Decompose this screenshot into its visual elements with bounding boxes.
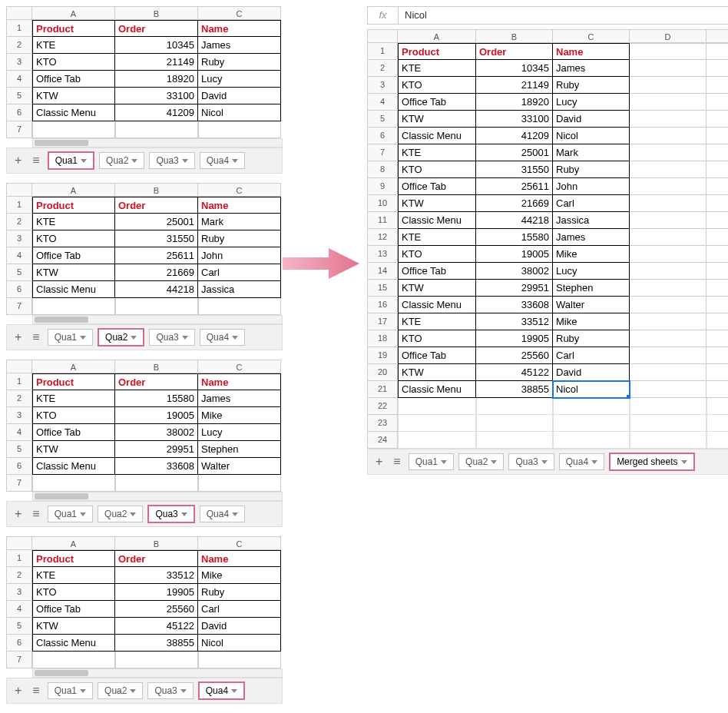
row-header[interactable]: 22 xyxy=(367,398,398,415)
empty-cell[interactable] xyxy=(706,280,728,297)
col-header-A[interactable]: A xyxy=(32,536,115,550)
row-header[interactable]: 4 xyxy=(6,71,32,88)
row-header[interactable]: 5 xyxy=(6,88,32,104)
empty-cell[interactable] xyxy=(706,432,728,449)
cell-order[interactable]: 25611 xyxy=(476,178,553,195)
h-scrollbar[interactable] xyxy=(32,492,283,501)
empty-cell[interactable] xyxy=(630,128,706,144)
cell-order[interactable]: 38855 xyxy=(476,381,553,398)
cell-name[interactable]: David xyxy=(553,364,630,381)
row-header[interactable]: 4 xyxy=(367,94,398,111)
cell-name[interactable]: Stephen xyxy=(198,441,281,458)
empty-cell[interactable] xyxy=(706,128,728,144)
cell-name[interactable]: James xyxy=(553,60,630,77)
cell-name[interactable]: Jassica xyxy=(198,281,281,298)
cell-order[interactable]: 31550 xyxy=(115,230,198,247)
header-product[interactable]: Product xyxy=(32,197,115,214)
cell-name[interactable]: Walter xyxy=(553,297,630,313)
cell-order[interactable]: 15580 xyxy=(115,390,198,407)
row-header[interactable]: 6 xyxy=(6,104,32,121)
row-header[interactable]: 5 xyxy=(367,111,398,128)
row-header[interactable]: 6 xyxy=(6,635,32,652)
empty-cell[interactable] xyxy=(115,475,198,492)
empty-cell[interactable] xyxy=(706,415,728,432)
tab-q4[interactable]: Qua4 xyxy=(200,152,245,169)
col-header-partial[interactable] xyxy=(706,29,728,43)
col-header-B[interactable]: B xyxy=(115,6,198,20)
col-header-A[interactable]: A xyxy=(32,360,115,373)
row-header[interactable]: 24 xyxy=(367,432,398,449)
cell-name[interactable]: Mike xyxy=(553,246,630,263)
cell-order[interactable]: 38002 xyxy=(476,263,553,280)
tab-q2[interactable]: Qua2 xyxy=(98,506,143,522)
row-header[interactable]: 3 xyxy=(6,230,32,247)
cell-name[interactable]: Ruby xyxy=(198,584,281,601)
row-header[interactable]: 8 xyxy=(367,161,398,178)
empty-cell[interactable] xyxy=(706,195,728,212)
row-header[interactable]: 2 xyxy=(6,390,32,407)
cell-name[interactable]: Lucy xyxy=(553,263,630,280)
empty-cell[interactable] xyxy=(706,161,728,178)
empty-cell[interactable] xyxy=(630,229,706,246)
row-header[interactable]: 7 xyxy=(6,121,32,138)
col-header-A[interactable]: A xyxy=(32,6,115,20)
cell-order[interactable]: 41209 xyxy=(476,128,553,144)
col-header-B[interactable]: B xyxy=(115,183,198,197)
header-product[interactable]: Product xyxy=(398,43,476,60)
header-product[interactable]: Product xyxy=(32,20,115,37)
cell-order[interactable]: 19005 xyxy=(115,407,198,424)
cell-order[interactable]: 45122 xyxy=(115,618,198,635)
row-header[interactable]: 2 xyxy=(367,60,398,77)
cell-product[interactable]: KTO xyxy=(32,54,115,71)
empty-cell[interactable] xyxy=(630,432,706,449)
cell-order[interactable]: 25560 xyxy=(115,601,198,618)
row-header[interactable]: 14 xyxy=(367,263,398,280)
cell-product[interactable]: KTO xyxy=(398,77,476,94)
cell-name[interactable]: Lucy xyxy=(198,424,281,441)
row-header[interactable]: 2 xyxy=(6,214,32,230)
empty-cell[interactable] xyxy=(198,298,281,315)
row-header[interactable]: 3 xyxy=(6,584,32,601)
cell-product[interactable]: Office Tab xyxy=(32,424,115,441)
cell-product[interactable]: KTW xyxy=(32,264,115,281)
empty-cell[interactable] xyxy=(706,111,728,128)
empty-cell[interactable] xyxy=(706,144,728,161)
cell-product[interactable]: Office Tab xyxy=(32,71,115,88)
cell-name[interactable]: Carl xyxy=(198,601,281,618)
add-sheet-icon[interactable]: + xyxy=(12,684,25,698)
cell-product[interactable]: KTW xyxy=(32,441,115,458)
add-sheet-icon[interactable]: + xyxy=(12,507,25,521)
add-sheet-icon[interactable]: + xyxy=(12,330,25,344)
cell-name[interactable]: John xyxy=(553,178,630,195)
row-header[interactable]: 2 xyxy=(6,567,32,584)
corner[interactable] xyxy=(6,536,32,550)
cell-name[interactable]: Ruby xyxy=(198,230,281,247)
cell-product[interactable]: KTO xyxy=(32,407,115,424)
row-header[interactable]: 2 xyxy=(6,37,32,54)
cell-order[interactable]: 33100 xyxy=(115,88,198,104)
cell-name[interactable]: Jassica xyxy=(553,212,630,229)
cell-product[interactable]: KTW xyxy=(398,364,476,381)
tab-q3[interactable]: Qua3 xyxy=(149,152,194,169)
tab-q1[interactable]: Qua1 xyxy=(48,682,93,699)
header-order[interactable]: Order xyxy=(115,550,198,567)
header-product[interactable]: Product xyxy=(32,550,115,567)
header-order[interactable]: Order xyxy=(476,43,553,60)
row-header[interactable]: 4 xyxy=(6,424,32,441)
empty-cell[interactable] xyxy=(706,229,728,246)
cell-order[interactable]: 19905 xyxy=(476,330,553,347)
tab-q4[interactable]: Qua4 xyxy=(200,329,245,346)
corner[interactable] xyxy=(6,6,32,20)
row-header[interactable]: 5 xyxy=(6,618,32,635)
empty-cell[interactable] xyxy=(630,398,706,415)
cell-product[interactable]: Classic Menu xyxy=(398,128,476,144)
cell-name[interactable]: Lucy xyxy=(198,71,281,88)
empty-cell[interactable] xyxy=(706,246,728,263)
cell-order[interactable]: 44218 xyxy=(476,212,553,229)
empty-cell[interactable] xyxy=(553,432,630,449)
tab-q1[interactable]: Qua1 xyxy=(48,506,93,522)
cell-product[interactable]: KTO xyxy=(32,230,115,247)
cell-name[interactable]: Carl xyxy=(553,347,630,364)
empty-cell[interactable] xyxy=(198,652,281,668)
h-scrollbar[interactable] xyxy=(32,138,283,148)
